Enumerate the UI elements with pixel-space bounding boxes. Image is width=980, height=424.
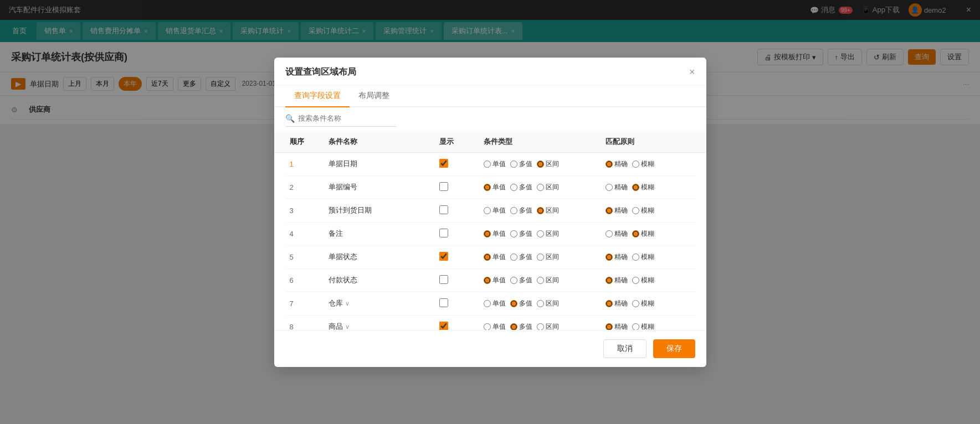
search-input[interactable] bbox=[298, 114, 387, 122]
modal-close-btn[interactable]: × bbox=[689, 66, 695, 78]
modal-search-area: 🔍 bbox=[274, 107, 706, 125]
tab-query-fields[interactable]: 查询字段设置 bbox=[285, 85, 350, 107]
modal-header: 设置查询区域布局 × bbox=[274, 58, 706, 85]
search-wrapper: 🔍 bbox=[285, 114, 396, 125]
modal-tabs: 查询字段设置 布局调整 bbox=[274, 85, 706, 107]
tab-layout[interactable]: 布局调整 bbox=[350, 85, 398, 107]
modal-title: 设置查询区域布局 bbox=[285, 66, 356, 78]
settings-modal: 设置查询区域布局 × 查询字段设置 布局调整 🔍 顺序 条件名称 显示 条件类型… bbox=[274, 58, 706, 125]
search-icon: 🔍 bbox=[285, 114, 295, 123]
modal-overlay[interactable]: 设置查询区域布局 × 查询字段设置 布局调整 🔍 顺序 条件名称 显示 条件类型… bbox=[0, 0, 980, 124]
